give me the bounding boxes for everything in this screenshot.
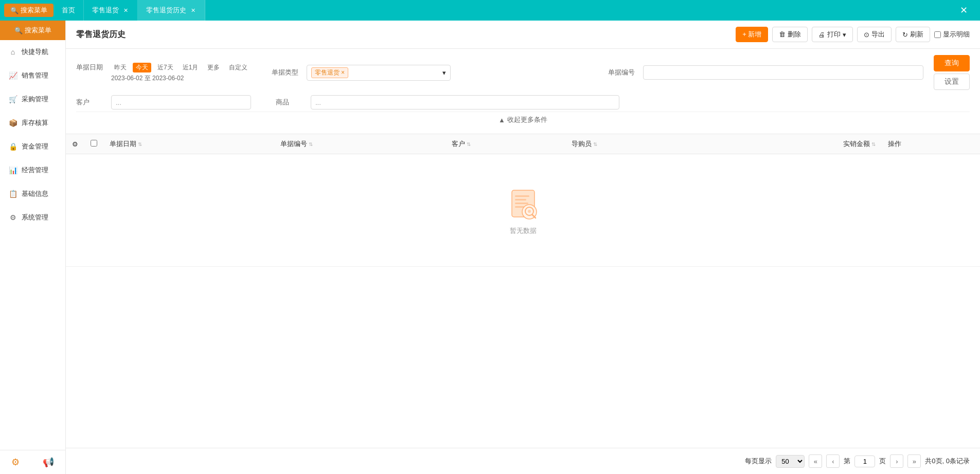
inventory-icon: 📦 <box>8 118 17 127</box>
th-number[interactable]: 单据编号 ⇅ <box>274 134 445 154</box>
refresh-button[interactable]: ↻ 刷新 <box>896 27 930 42</box>
voucher-type-select[interactable]: 零售退货 × ▾ <box>307 65 451 81</box>
sidebar-gear-btn[interactable]: ⚙ <box>11 457 20 468</box>
filter-row-2: 客户 ... 商品 ... <box>76 95 970 110</box>
search-menu-label: 搜索菜单 <box>21 6 47 15</box>
customer-input[interactable]: ... <box>111 95 251 110</box>
goods-filter-label: 商品 <box>276 98 307 107</box>
collapse-icon: ▲ <box>498 116 505 124</box>
page-number-input[interactable] <box>854 455 875 467</box>
tab-retail-return-history-label: 零售退货历史 <box>146 6 186 15</box>
top-bar: 🔍 搜索菜单 首页 零售退货 ✕ 零售退货历史 ✕ ✕ <box>0 0 980 21</box>
last-page-btn[interactable]: » <box>907 454 921 468</box>
th-settings[interactable]: ⚙ <box>66 134 84 154</box>
add-button[interactable]: + 新增 <box>736 27 768 42</box>
voucher-number-input[interactable] <box>643 65 924 80</box>
th-guide[interactable]: 导购员 ⇅ <box>565 134 711 154</box>
sidebar-speaker-btn[interactable]: 📢 <box>43 457 54 468</box>
purchase-mgmt-icon: 🛒 <box>8 95 17 104</box>
query-button[interactable]: 查询 <box>934 55 970 71</box>
search-icon: 🔍 <box>10 7 19 14</box>
sidebar-item-finance[interactable]: 🔒 资金管理 <box>0 135 65 158</box>
total-info: 共0页, 0条记录 <box>925 457 970 466</box>
refresh-icon: ↻ <box>902 31 908 39</box>
show-detail-checkbox-wrap[interactable]: 显示明细 <box>934 30 970 39</box>
search-menu-btn[interactable]: 🔍 搜索菜单 <box>4 4 54 17</box>
collapse-more-btn[interactable]: ▲ 收起更多条件 <box>76 112 970 127</box>
voucher-type-tag[interactable]: 零售退货 × <box>311 67 348 78</box>
date-btn-more[interactable]: 更多 <box>204 63 223 72</box>
empty-state: 暂无数据 <box>66 154 980 266</box>
svg-rect-1 <box>515 195 529 197</box>
th-checkbox[interactable] <box>84 134 103 154</box>
collapse-label: 收起更多条件 <box>507 115 547 124</box>
tab-retail-return[interactable]: 零售退货 ✕ <box>84 0 138 21</box>
filter-area: 单据日期 昨天 今天 近7天 近1月 更多 自定义 2023-06-02 至 2… <box>66 49 980 134</box>
svg-rect-3 <box>515 203 528 204</box>
page-label: 第 <box>844 457 850 466</box>
delete-button[interactable]: 🗑 删除 <box>772 27 808 42</box>
select-all-checkbox[interactable] <box>91 140 97 147</box>
sidebar-item-finance-label: 资金管理 <box>22 142 48 151</box>
table-wrap[interactable]: ⚙ 单据日期 ⇅ <box>66 134 980 448</box>
th-number-label: 单据编号 <box>280 139 307 149</box>
date-btn-today[interactable]: 今天 <box>133 63 151 72</box>
tab-retail-return-label: 零售退货 <box>92 6 119 15</box>
date-btn-custom[interactable]: 自定义 <box>226 63 251 72</box>
print-icon: 🖨 <box>818 31 825 39</box>
sidebar-item-sales-mgmt[interactable]: 📈 销售管理 <box>0 64 65 87</box>
prev-page-btn[interactable]: ‹ <box>826 454 840 468</box>
sidebar-item-operations[interactable]: 📊 经营管理 <box>0 158 65 182</box>
sidebar-item-basic-info[interactable]: 📋 基础信息 <box>0 182 65 206</box>
print-label: 打印 <box>827 30 841 39</box>
th-ops-label: 操作 <box>888 140 901 148</box>
tab-home[interactable]: 首页 <box>54 0 84 21</box>
sort-date-icon: ⇅ <box>138 141 142 147</box>
sidebar-search-label: 搜索菜单 <box>25 26 51 35</box>
print-button[interactable]: 🖨 打印 ▾ <box>812 27 853 42</box>
sort-amount-icon: ⇅ <box>871 141 876 147</box>
th-customer[interactable]: 客户 ⇅ <box>446 134 565 154</box>
system-icon: ⚙ <box>8 213 17 222</box>
date-btn-yesterday[interactable]: 昨天 <box>111 63 130 72</box>
window-close-btn[interactable]: ✕ <box>956 5 972 16</box>
sidebar-item-inventory-label: 库存核算 <box>22 118 48 127</box>
date-filter-label: 单据日期 <box>76 63 107 72</box>
goods-placeholder: ... <box>315 99 321 106</box>
tab-retail-return-close[interactable]: ✕ <box>122 7 129 14</box>
top-bar-right: ✕ <box>956 5 980 16</box>
voucher-type-tag-close[interactable]: × <box>341 69 345 76</box>
th-date[interactable]: 单据日期 ⇅ <box>103 134 274 154</box>
sidebar-item-system[interactable]: ⚙ 系统管理 <box>0 206 65 229</box>
date-btn-7days[interactable]: 近7天 <box>154 63 176 72</box>
setting-button[interactable]: 设置 <box>934 74 970 90</box>
tab-retail-return-history[interactable]: 零售退货历史 ✕ <box>138 0 205 21</box>
first-page-btn[interactable]: « <box>809 454 822 468</box>
tab-retail-return-history-close[interactable]: ✕ <box>189 7 197 14</box>
basic-info-icon: 📋 <box>8 189 17 198</box>
next-page-btn[interactable]: › <box>890 454 903 468</box>
goods-input[interactable]: ... <box>311 95 619 110</box>
sidebar-item-sales-mgmt-label: 销售管理 <box>22 71 48 80</box>
sidebar-item-purchase-mgmt[interactable]: 🛒 采购管理 <box>0 87 65 111</box>
page-size-label: 每页显示 <box>745 457 772 466</box>
th-amount[interactable]: 实销金额 ⇅ <box>711 134 882 154</box>
th-amount-label: 实销金额 <box>843 139 870 149</box>
show-detail-checkbox[interactable] <box>934 31 941 38</box>
voucher-type-tags: 零售退货 × <box>311 67 442 78</box>
filter-dates: 昨天 今天 近7天 近1月 更多 自定义 <box>111 63 251 72</box>
table-container: ⚙ 单据日期 ⇅ <box>66 134 980 448</box>
sidebar-item-quick-nav[interactable]: ⌂ 快捷导航 <box>0 40 65 64</box>
th-ops: 操作 <box>882 134 980 154</box>
header-actions: + 新增 🗑 删除 🖨 打印 ▾ ⊙ 导出 ↻ 刷新 <box>736 27 970 42</box>
refresh-label: 刷新 <box>910 30 923 39</box>
sidebar-item-basic-info-label: 基础信息 <box>22 189 48 198</box>
page-size-select[interactable]: 50 100 200 <box>776 455 805 468</box>
export-button[interactable]: ⊙ 导出 <box>857 27 892 42</box>
print-chevron-icon: ▾ <box>843 31 846 39</box>
voucher-type-chevron-icon: ▾ <box>442 69 446 77</box>
sidebar-search-btn[interactable]: 🔍 搜索菜单 <box>0 21 65 40</box>
sidebar-item-inventory[interactable]: 📦 库存核算 <box>0 111 65 135</box>
date-btn-1month[interactable]: 近1月 <box>180 63 202 72</box>
pagination-bar: 每页显示 50 100 200 « ‹ 第 页 › » 共0页, 0条记录 <box>66 448 980 474</box>
